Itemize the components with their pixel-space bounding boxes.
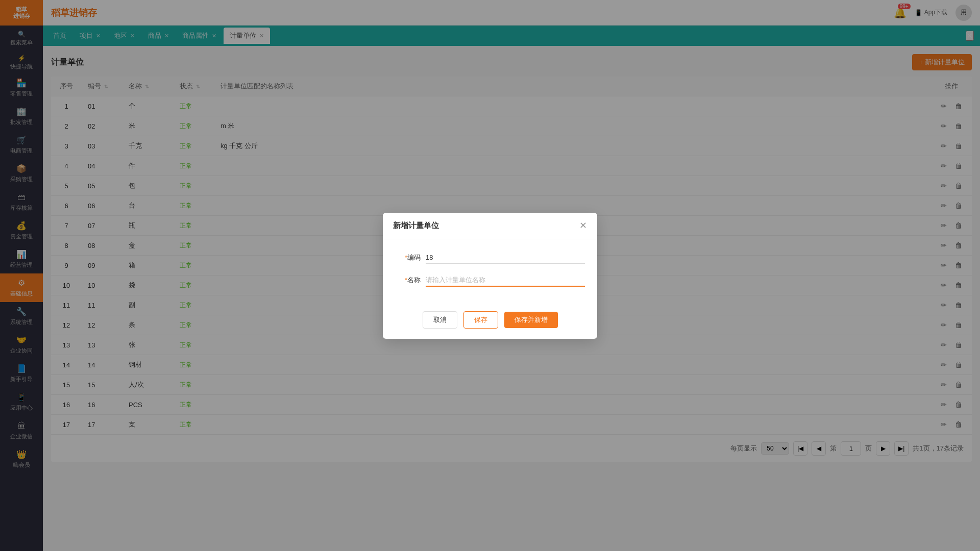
modal-title: 新增计量单位 <box>393 221 439 231</box>
add-unit-modal: 新增计量单位 ✕ *编码 *名称 取消 保存 保存并新增 <box>383 213 597 339</box>
save-button[interactable]: 保存 <box>463 311 498 329</box>
form-item-name: *名称 <box>395 274 585 287</box>
form-item-code: *编码 <box>395 252 585 264</box>
save-and-new-button[interactable]: 保存并新增 <box>504 312 558 328</box>
modal-header: 新增计量单位 ✕ <box>383 213 597 239</box>
name-input[interactable] <box>426 274 585 287</box>
name-label: *名称 <box>395 276 426 285</box>
modal-overlay: 新增计量单位 ✕ *编码 *名称 取消 保存 保存并新增 <box>0 0 980 551</box>
code-input[interactable] <box>426 252 585 264</box>
modal-body: *编码 *名称 <box>383 239 597 305</box>
modal-footer: 取消 保存 保存并新增 <box>383 305 597 339</box>
code-label: *编码 <box>395 253 426 262</box>
modal-close-button[interactable]: ✕ <box>579 221 587 230</box>
cancel-button[interactable]: 取消 <box>423 311 457 329</box>
